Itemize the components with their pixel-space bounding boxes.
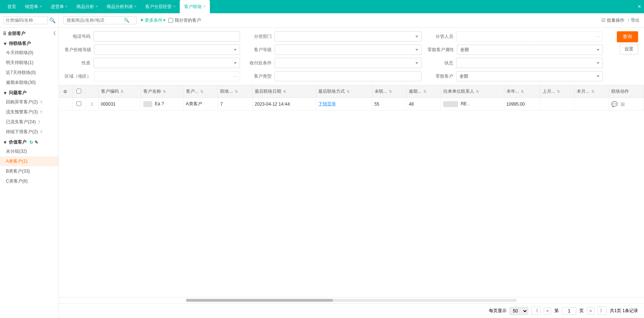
status-select[interactable] — [456, 58, 603, 68]
sort-method-icon: ⇅ — [347, 89, 350, 93]
query-button[interactable]: 查询 — [617, 31, 638, 42]
sidebar-search-input[interactable] — [3, 16, 48, 24]
edit-value-icon[interactable]: ✎ — [35, 140, 38, 145]
last-page-btn[interactable]: 》 — [597, 307, 607, 315]
batch-icon: ☑ — [601, 18, 605, 23]
sidebar-item-churn-warning[interactable]: 流失预警客户(3) ? — [0, 107, 58, 117]
col-checkbox[interactable] — [72, 85, 85, 98]
filter-search-input[interactable] — [67, 18, 122, 23]
col-gear[interactable]: ⚙ — [59, 85, 72, 98]
close-sales-order-icon[interactable]: × — [40, 0, 42, 13]
col-last-contact-method[interactable]: 最后联络方式 ⇅ — [316, 85, 372, 98]
my-customers-check[interactable] — [168, 18, 173, 23]
col-name[interactable]: 客户名称 ⇅ — [141, 85, 184, 98]
row-last-contact-method[interactable]: 下销货单 — [316, 98, 372, 110]
nav-customer-segment[interactable]: 客户分层经营 × — [141, 0, 180, 13]
sidebar-item-b-class[interactable]: B类客户(33) — [0, 166, 58, 176]
chat-icon[interactable]: 💬 — [611, 101, 618, 107]
per-page-select[interactable]: 50 100 200 — [509, 307, 528, 315]
sidebar-item-tomorrow[interactable]: 明天待联络(1) — [0, 58, 58, 68]
row-name[interactable]: Ea ? — [141, 98, 184, 110]
sidebar-problem-customers-header[interactable]: ▼ 问题客户 — [0, 88, 58, 97]
retail-attr-select[interactable]: 全部 — [457, 45, 603, 55]
row-gear — [59, 98, 72, 110]
close-customer-segment-icon[interactable]: × — [173, 0, 175, 13]
sidebar-search-icon[interactable]: 🔍 — [49, 17, 56, 23]
export-btn[interactable]: ↑ 导出 — [627, 17, 640, 24]
col-code[interactable]: 客户编码 ⇅ — [99, 85, 141, 98]
sidebar-item-unclassified[interactable]: 未分组(32) — [0, 146, 58, 156]
customer-type-input[interactable] — [275, 71, 421, 81]
close-all-tabs[interactable]: × — [638, 3, 641, 10]
horizontal-scrollbar[interactable] — [59, 297, 644, 303]
status-arrow — [597, 62, 600, 64]
manager-input[interactable]: ··· — [456, 31, 603, 42]
row-select-checkbox[interactable] — [76, 101, 81, 106]
first-page-btn[interactable]: 《 — [531, 307, 541, 315]
my-customers-checkbox[interactable]: 我分管的客户 — [168, 17, 201, 24]
customer-level-select[interactable] — [275, 45, 421, 55]
sort-name-icon: ⇅ — [163, 89, 166, 93]
sidebar-pending-contact-header[interactable]: ▼ 待联络客户 — [0, 38, 58, 48]
nav-product-analysis[interactable]: 商品分析 × — [72, 0, 102, 13]
select-all-checkbox[interactable] — [76, 89, 81, 93]
phone-input[interactable] — [93, 31, 240, 42]
nav-customer-contact[interactable]: 客户联络 × — [180, 0, 210, 13]
chevron-down-icon: ▾ — [163, 18, 165, 23]
sidebar-item-c-class[interactable]: C类客户(6) — [0, 176, 58, 186]
price-level-select[interactable] — [94, 45, 240, 55]
row-checkbox[interactable] — [72, 98, 85, 110]
row-overdue: 48 — [407, 98, 441, 110]
filter-payment: 收付款条件 — [246, 58, 421, 68]
nav-purchase-order[interactable]: 进货单 × — [46, 0, 72, 13]
col-contact-count[interactable]: 联络... ⇅ — [218, 85, 253, 98]
sidebar-item-7days[interactable]: 近7天待联络(0) — [0, 68, 58, 78]
close-product-analysis-icon[interactable]: × — [96, 0, 98, 13]
sidebar-all-customers[interactable]: ⠿ 全部客户 《 — [0, 28, 58, 38]
sidebar-item-declining[interactable]: 持续下滑客户(2) ? — [0, 127, 58, 137]
close-product-analysis-list-icon[interactable]: × — [135, 0, 137, 13]
sidebar-collapse-icon[interactable]: 《 — [51, 31, 56, 37]
filter-more-conditions[interactable]: ▼ 更多条件 ▾ — [140, 17, 165, 24]
settings-button[interactable]: 设置 — [620, 44, 638, 54]
close-customer-contact-icon[interactable]: × — [203, 0, 205, 13]
expand-icon-3: ▼ — [3, 140, 7, 145]
last-contact-link[interactable]: 下销货单 — [318, 101, 336, 106]
batch-ops-btn[interactable]: ☑ 批量操作 — [601, 17, 624, 24]
row-last-contact-date: 2023-04-12 14:44: — [253, 98, 316, 110]
nature-select[interactable] — [93, 58, 240, 68]
nav-home[interactable]: 首页 — [3, 0, 21, 13]
scrollbar-thumb[interactable] — [186, 299, 333, 302]
grid-icon[interactable]: ⊞ — [620, 101, 625, 107]
region-input[interactable]: ··· — [94, 71, 240, 81]
col-level[interactable]: 客户... ⇅ — [183, 85, 218, 98]
close-purchase-order-icon[interactable]: × — [65, 0, 68, 13]
department-select[interactable] — [275, 31, 421, 42]
sidebar-item-a-class[interactable]: A类客户(1) — [0, 156, 58, 166]
filter-status: 状态 — [427, 58, 603, 68]
nav-sales-order[interactable]: 销货单 × — [21, 0, 46, 13]
col-this-month[interactable]: 本月... ⇅ — [575, 85, 609, 98]
retail-customer-select[interactable]: 全部 — [456, 71, 603, 81]
page-input[interactable] — [562, 307, 576, 315]
filter-retail-attr: 零散客户属性 全部 — [427, 45, 603, 55]
col-this-year[interactable]: 本年... ⇅ — [504, 85, 540, 98]
next-page-btn[interactable]: > — [587, 307, 594, 315]
filter-price-level: 客户价格等级 — [65, 45, 240, 55]
col-no-contact[interactable]: 未联... ⇅ — [372, 85, 407, 98]
col-overdue[interactable]: 逾期... ⇅ — [407, 85, 441, 98]
payment-select[interactable] — [275, 58, 421, 68]
scrollbar-track[interactable] — [186, 299, 517, 302]
sidebar-item-churned[interactable]: 已流失客户(24) ? — [0, 117, 58, 127]
col-last-contact-date[interactable]: 最后联络日期 ⇅ — [253, 85, 316, 98]
refresh-value-icon[interactable]: ↻ — [29, 140, 33, 145]
sidebar-item-abnormal-repurchase[interactable]: 回购异常客户(2) ? — [0, 97, 58, 107]
nav-product-analysis-list[interactable]: 商品分析列表 × — [102, 0, 141, 13]
row-code[interactable]: 000031 — [99, 98, 141, 110]
sidebar-value-customers-header[interactable]: ▼ 价值客户 ↻ ✎ — [0, 137, 58, 146]
prev-page-btn[interactable]: < — [544, 307, 551, 315]
col-contact-person[interactable]: 往来单位联系人 ⇅ — [441, 85, 504, 98]
sidebar-item-today[interactable]: 今天待联络(0) — [0, 48, 58, 58]
col-last-month[interactable]: 上月... ⇅ — [540, 85, 575, 98]
sidebar-item-overdue[interactable]: 逾期未联络(30) — [0, 78, 58, 88]
